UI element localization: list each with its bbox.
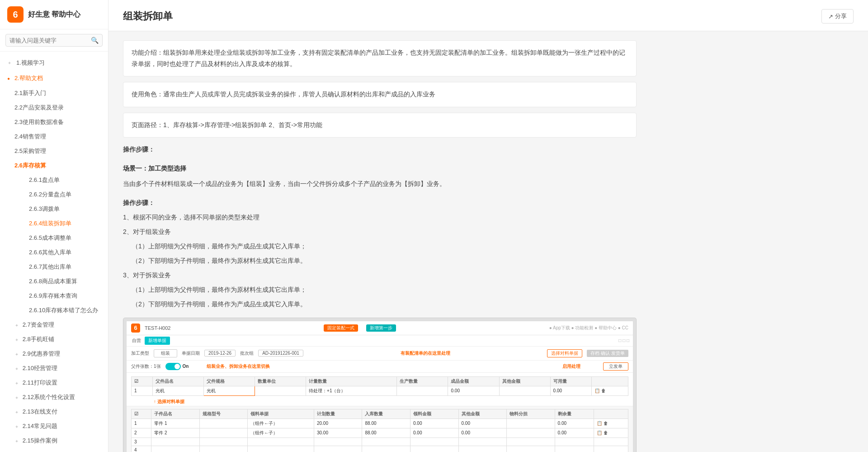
scenario1-desc: 当由多个子件材料组装成一个成品的业务为【组装】业务，当由一个父件拆分成多个子产品… — [123, 177, 637, 190]
mock-process-btn[interactable]: 立发单 — [603, 362, 628, 371]
mock-td-qty2 — [397, 386, 448, 395]
mock-btn-select[interactable]: 选择对料单据 — [547, 349, 582, 357]
role-desc: 使用角色：通常由生产人员或库管人员完成拆装业务的操作，库管人员确认原材料的出库和… — [132, 90, 435, 98]
page-title: 组装拆卸单 — [123, 10, 173, 23]
content-body: 功能介绍：组装拆卸单用来处理企业组装或拆卸等加工业务，支持有固定装配清单的产品加… — [108, 31, 651, 452]
mock-th-6: 成品金额 — [448, 376, 499, 386]
sidebar-item-splitstock[interactable]: 2.6.2分量盘点单 — [7, 187, 108, 202]
sidebar-item-inventory[interactable]: 2.6库存核算 — [0, 158, 108, 173]
sidebar-item-ops[interactable]: ＋ 2.10经营管理 — [0, 361, 108, 376]
sidebar-item-costadj[interactable]: 2.6.5成本调整单 — [7, 231, 108, 245]
mock-action-btn: 新增第一步 — [366, 324, 396, 332]
step2-1: （1）上部明细为父件明细，最终作为产成品生成其它入库单； — [132, 240, 637, 252]
mock-icons-area: ● App下载 ● 功能检测 ● 帮助中心 ● CC — [549, 325, 628, 331]
mock-th-7: 其他金额 — [499, 376, 550, 386]
search-input[interactable] — [9, 37, 91, 44]
mock-type-input[interactable]: 组装 — [154, 349, 177, 357]
sidebar-item-data[interactable]: 2.3使用前数据准备 — [0, 115, 108, 129]
sidebar-item-video[interactable]: ＋ 1.视频学习 — [0, 55, 108, 71]
sidebar-item-print[interactable]: ＋ 2.11打印设置 — [0, 376, 108, 390]
mock-batch-input[interactable]: AD-20191226-001 — [258, 350, 303, 357]
mock-td-amt1: 0.00 — [448, 386, 499, 395]
mock-lth-5: 入库数量 — [362, 409, 410, 419]
mock-ltd-name1: 零件 1 — [151, 419, 200, 428]
sidebar-item-faq[interactable]: ＋ 2.14常见问题 — [0, 419, 108, 433]
mock-th-9 — [592, 376, 628, 386]
mock-toggle-area[interactable]: On — [165, 363, 189, 370]
mock-lth-1: 子件品名 — [151, 409, 200, 419]
mock-date-input[interactable]: 2019-12-26 — [204, 350, 236, 357]
mock-lower-table: ☑ 子件品名 规格型号 领料单据 计划数量 入库数量 领料金额 其他金额 物料分… — [131, 409, 628, 452]
mock-logo: 6 — [131, 324, 140, 333]
mock-lth-6: 领料金额 — [410, 409, 459, 419]
sidebar-item-otherinbound[interactable]: 2.6.6其他入库单 — [7, 245, 108, 260]
toggle-on-label: On — [183, 364, 189, 369]
sidebar-item-docs[interactable]: ● 2.帮助文档 — [0, 71, 108, 86]
sidebar-item-otheroutbound[interactable]: 2.6.7其他出库单 — [7, 260, 108, 274]
mock-lth-7: 其他金额 — [458, 409, 507, 419]
mock-td-unit — [255, 386, 306, 395]
sidebar-item-stocktake[interactable]: 2.6.1盘点单 — [7, 173, 108, 187]
mock-btn-save[interactable]: 存档 确认 发货单 — [587, 350, 628, 357]
mock-icons2: □ □ □ — [618, 338, 629, 343]
mock-lower-row1: 1 零件 1 （组件←子） 20.00 88.00 0.00 0.00 — [132, 419, 628, 428]
mock-td-ops: 📋 🗑 — [592, 386, 628, 395]
mock-th-5: 生产数量 — [397, 376, 448, 386]
mock-annotation2-area: ↑ 选择对料单据 — [127, 398, 633, 406]
mock-nav-active[interactable]: 新增单据 — [145, 337, 170, 345]
mock-upper-table: ☑ 父件品名 父件规格 数量单位 计量数量 生产数量 成品金额 其他金额 可用量 — [131, 376, 628, 396]
mock-fixed-badge: 固定装配一式 — [324, 324, 358, 332]
mock-annotation3: 组装业务、拆卸业务在这里切换 — [207, 363, 270, 370]
mock-td-amt2 — [499, 386, 550, 395]
sidebar-item-mobile[interactable]: ＋ 2.8手机旺铺 — [0, 332, 108, 347]
sidebar-item-coupon[interactable]: ＋ 2.9优惠券管理 — [0, 347, 108, 361]
share-button[interactable]: ↗ 分享 — [821, 9, 854, 24]
nav-list: ＋ 1.视频学习 ● 2.帮助文档 2.1新手入门 2.2产品安装及登录 2.3… — [0, 52, 108, 452]
step1: 1、根据不同的业务，选择不同单据的类型来处理 — [123, 211, 637, 224]
mock-upper-row1: 1 光机 光机 待处理：+1（台） 0.00 0.00 📋 🗑 — [132, 386, 628, 395]
mock-td-spec: 光机 — [203, 386, 255, 395]
mock-form-label1: 加工类型 — [131, 350, 149, 357]
screenshot-container: 6 TEST-H002 固定装配一式 新增第一步 ● App下载 ● 功能检测 … — [123, 318, 637, 452]
mock-td-avail: 0.00 — [550, 386, 592, 395]
mock-th-4: 计量数量 — [306, 376, 397, 386]
mock-lower-row3: 3 — [132, 438, 628, 446]
mock-annotation4: 启用处理 — [562, 363, 580, 370]
sidebar-item-onlinepay[interactable]: ＋ 2.13在线支付 — [0, 404, 108, 419]
sidebar-item-finance[interactable]: ＋ 2.7资金管理 — [0, 318, 108, 332]
step3-1: （1）上部明细为父件明细，最终作为原材料生成其它出库单； — [132, 283, 637, 296]
mock-nav-left[interactable]: 自营 — [130, 337, 143, 345]
main-content: 组装拆卸单 ↗ 分享 功能介绍：组装拆卸单用来处理企业组装或拆卸等加工业务，支持… — [108, 0, 868, 452]
sidebar-item-goodscost[interactable]: 2.6.8商品成本重算 — [7, 274, 108, 289]
mock-lower-row4: 4 — [132, 446, 628, 452]
sidebar-item-purchase[interactable]: 2.5采购管理 — [0, 144, 108, 158]
content-header: 组装拆卸单 ↗ 分享 — [108, 0, 868, 31]
mock-th-8: 可用量 — [550, 376, 592, 386]
step3-2: （2）下部明细为子件明细，最终作为产成品生成其它入库单。 — [132, 298, 637, 310]
sidebar-item-stockcheck[interactable]: 2.6.9库存账本查询 — [7, 289, 108, 303]
mock-th-2: 父件规格 — [203, 376, 255, 386]
mock-lth-4: 计划数量 — [314, 409, 362, 419]
role-desc-block: 使用角色：通常由生产人员或库管人员完成拆装业务的操作，库管人员确认原材料的出库和… — [123, 82, 637, 107]
search-area: 🔍 — [0, 29, 108, 52]
sidebar-item-assembly[interactable]: 2.6.4组装拆卸单 — [7, 216, 108, 231]
sidebar-item-install[interactable]: 2.2产品安装及登录 — [0, 100, 108, 115]
sidebar-item-adjust[interactable]: 2.6.3调拨单 — [7, 202, 108, 216]
sidebar-item-sales[interactable]: 2.4销售管理 — [0, 129, 108, 144]
mock-lth-2: 规格型号 — [199, 409, 248, 419]
search-box[interactable]: 🔍 — [5, 34, 103, 47]
mock-th-1: 父件品名 — [152, 376, 203, 386]
path-desc: 页面路径：1、库存核算->库存管理->组装拆卸单 2、首页->常用功能 — [132, 121, 322, 128]
sidebar-item-sysconfig[interactable]: ＋ 2.12系统个性化设置 — [0, 390, 108, 404]
sidebar: 6 好生意 帮助中心 🔍 ＋ 1.视频学习 ● 2.帮助文档 2.1新手入门 2… — [0, 0, 108, 452]
sidebar-item-newbie[interactable]: 2.1新手入门 — [0, 86, 108, 100]
sidebar-item-stockerror[interactable]: 2.6.10库存账本错了怎么办 — [7, 303, 108, 318]
mock-date-label: 单据日期 — [182, 350, 200, 357]
mock-annotation1: 有装配清单的在这里处理 — [308, 350, 543, 357]
mock-toggle[interactable] — [165, 363, 181, 370]
sidebar-item-case[interactable]: ＋ 2.15操作案例 — [0, 433, 108, 448]
mock-lth-check: ☑ — [132, 409, 151, 419]
ops-title: 操作步骤： — [123, 143, 637, 156]
search-icon[interactable]: 🔍 — [91, 37, 99, 44]
mock-lth-9: 剩余量 — [555, 409, 594, 419]
